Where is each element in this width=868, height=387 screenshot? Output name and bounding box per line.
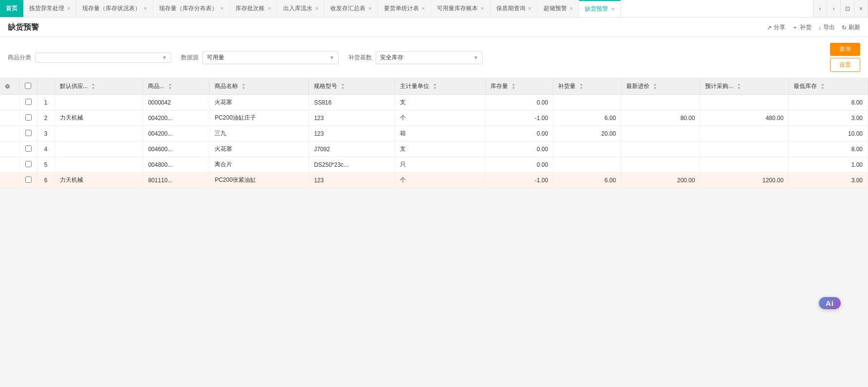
row-checkbox-cell[interactable] (19, 126, 37, 141)
th-product-name[interactable]: 商品名称 ▲▼ (210, 78, 309, 95)
tab-scroll-right-btn[interactable]: › (827, 0, 841, 17)
th-latest-price-label: 最新进价 (626, 83, 650, 89)
est-purchase-cell (700, 95, 789, 110)
th-spec[interactable]: 规格型号 ▲▼ (309, 78, 395, 95)
export-button[interactable]: ↓ 导出 (818, 23, 835, 32)
replenish-qty-cell: 20.00 (553, 126, 621, 141)
unit-cell: 箱 (395, 126, 486, 141)
tab-expiry-query[interactable]: 保质期查询 × (490, 0, 538, 17)
est-purchase-cell (700, 126, 789, 141)
tab-inventory-status[interactable]: 现存量（库存状况表） × (76, 0, 153, 17)
row-checkbox[interactable] (25, 145, 32, 152)
latest-price-cell (621, 141, 700, 157)
th-stock[interactable]: 库存量 ▲▼ (486, 78, 553, 95)
row-checkbox-cell[interactable] (19, 173, 37, 188)
table-body: 10000042火花塞SS816支0.008.002力天机械004200...P… (0, 95, 868, 188)
stock-cell: 0.00 (486, 141, 553, 157)
tab-label: 现存量（库存分布表） (159, 4, 217, 13)
stock-cell: -1.00 (486, 173, 553, 188)
sort-icon[interactable]: ▲▼ (433, 83, 437, 90)
category-dropdown-icon: ▼ (162, 55, 167, 60)
close-icon[interactable]: × (368, 6, 371, 11)
select-all-checkbox[interactable] (25, 83, 31, 89)
category-filter-group: 商品分类 ▼ (8, 53, 171, 63)
tab-label: 库存批次账 (235, 4, 265, 13)
spec-cell: 123 (309, 126, 395, 141)
tab-overstock-warning[interactable]: 超储预警 × (538, 0, 579, 17)
datasource-filter-group: 数据源 可用量 ▼ (181, 51, 339, 64)
datasource-select-value: 可用量 (207, 53, 326, 62)
close-icon[interactable]: × (528, 6, 531, 11)
tab-shortage-warning[interactable]: 缺货预警 × (579, 0, 620, 17)
latest-price-cell (621, 157, 700, 173)
close-icon[interactable]: × (144, 6, 146, 11)
row-checkbox[interactable] (25, 130, 32, 136)
close-icon[interactable]: × (570, 6, 573, 11)
th-product-code[interactable]: 商品... ▲▼ (143, 78, 210, 95)
tab-defect-processing[interactable]: 拣货异常处理 × (23, 0, 76, 17)
sort-icon[interactable]: ▲▼ (341, 83, 345, 90)
sort-icon[interactable]: ▲▼ (821, 83, 825, 90)
row-checkbox[interactable] (25, 161, 32, 167)
spec-cell: J7092 (309, 141, 395, 157)
row-checkbox[interactable] (25, 99, 32, 105)
tab-home[interactable]: 首页 (0, 0, 23, 17)
window-restore-btn[interactable]: ⊡ (841, 0, 854, 17)
tab-available-ledger[interactable]: 可用量库存账本 × (431, 0, 490, 17)
close-icon[interactable]: × (422, 6, 425, 11)
th-est-purchase[interactable]: 预计采购... ▲▼ (700, 78, 789, 95)
tab-batch-account[interactable]: 库存批次账 × (230, 0, 277, 17)
tab-requisition-stats[interactable]: 要货单统计表 × (378, 0, 431, 17)
sort-icon[interactable]: ▲▼ (737, 83, 741, 90)
sort-icon[interactable]: ▲▼ (91, 83, 95, 90)
datasource-select[interactable]: 可用量 ▼ (202, 51, 339, 64)
share-button[interactable]: ↗ 分享 (767, 23, 785, 32)
sort-icon[interactable]: ▲▼ (511, 83, 515, 90)
th-checkbox[interactable] (19, 78, 37, 95)
sort-icon[interactable]: ▲▼ (653, 83, 657, 90)
th-min-stock[interactable]: 最低库存 ▲▼ (789, 78, 868, 95)
th-default-supplier[interactable]: 默认供应... ▲▼ (54, 78, 143, 95)
row-checkbox[interactable] (25, 176, 32, 183)
th-product-name-label: 商品名称 (215, 83, 238, 89)
table-header-row: ⚙ 默认供应... ▲▼ 商品... ▲▼ 商品名称 ▲▼ (0, 78, 868, 95)
tab-label: 出入库流水 (283, 4, 312, 13)
th-unit[interactable]: 主计量单位 ▲▼ (395, 78, 486, 95)
category-select[interactable]: ▼ (35, 53, 171, 63)
spec-cell: 123 (309, 173, 395, 188)
row-checkbox-cell[interactable] (19, 95, 37, 110)
close-icon[interactable]: × (315, 6, 318, 11)
latest-price-cell: 200.00 (621, 173, 700, 188)
row-checkbox-cell[interactable] (19, 110, 37, 126)
th-latest-price[interactable]: 最新进价 ▲▼ (621, 78, 700, 95)
replenish-button[interactable]: ＋ 补货 (792, 23, 812, 32)
tab-inventory-dist[interactable]: 现存量（库存分布表） × (153, 0, 230, 17)
sort-icon[interactable]: ▲▼ (168, 83, 172, 90)
est-purchase-cell (700, 157, 789, 173)
th-replenish-qty[interactable]: 补货量 ▲▼ (553, 78, 621, 95)
replenish-qty-cell (553, 157, 621, 173)
sort-icon[interactable]: ▲▼ (242, 83, 246, 90)
row-checkbox-cell[interactable] (19, 141, 37, 157)
window-close-btn[interactable]: × (854, 0, 868, 17)
table-row: 10000042火花塞SS816支0.008.00 (0, 95, 868, 110)
row-gear-cell (0, 173, 19, 188)
tab-in-out-flow[interactable]: 出入库流水 × (277, 0, 325, 17)
close-icon[interactable]: × (220, 6, 223, 11)
settings-button[interactable]: 设置 (830, 58, 860, 72)
row-checkbox[interactable] (25, 114, 32, 121)
refresh-icon: ↻ (842, 24, 847, 31)
refresh-button[interactable]: ↻ 刷新 (842, 23, 860, 32)
th-gear[interactable]: ⚙ (0, 78, 19, 95)
replenish-basis-select[interactable]: 安全库存 ▼ (376, 51, 483, 64)
close-icon[interactable]: × (611, 6, 614, 12)
tab-scroll-left-btn[interactable]: ‹ (814, 0, 827, 17)
sort-icon[interactable]: ▲▼ (579, 83, 583, 90)
tab-receipt-summary[interactable]: 收发存汇总表 × (325, 0, 378, 17)
close-icon[interactable]: × (481, 6, 484, 11)
row-checkbox-cell[interactable] (19, 157, 37, 173)
query-button[interactable]: 查询 (830, 43, 860, 56)
close-icon[interactable]: × (268, 6, 271, 11)
data-table: ⚙ 默认供应... ▲▼ 商品... ▲▼ 商品名称 ▲▼ (0, 78, 868, 188)
close-icon[interactable]: × (67, 6, 70, 11)
